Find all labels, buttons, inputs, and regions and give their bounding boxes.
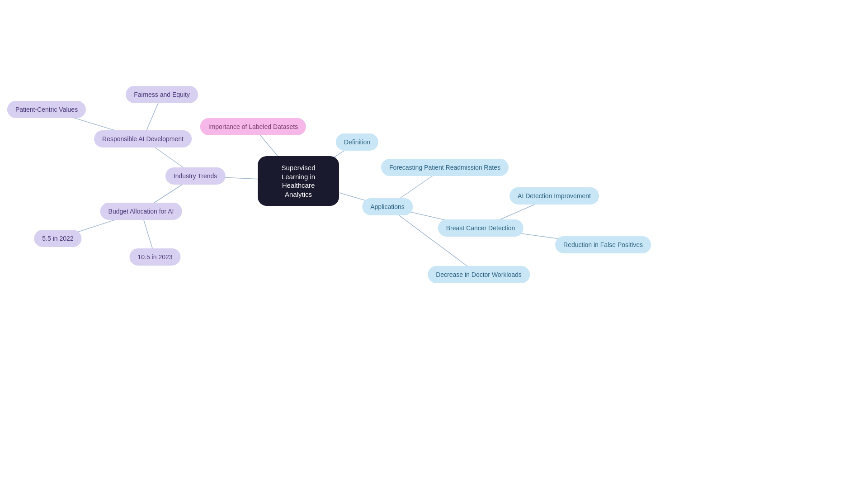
node-val-2023[interactable]: 10.5 in 2023 [129,248,180,266]
node-definition[interactable]: Definition [336,133,378,151]
connections-svg [0,0,868,490]
node-importance-labeled[interactable]: Importance of Labeled Datasets [200,118,306,135]
node-decrease-workload[interactable]: Decrease in Doctor Workloads [428,266,530,283]
node-forecasting[interactable]: Forecasting Patient Readmission Rates [381,159,509,176]
node-responsible-ai[interactable]: Responsible AI Development [94,130,192,147]
node-industry-trends[interactable]: Industry Trends [165,167,226,185]
node-patient-centric[interactable]: Patient-Centric Values [7,101,86,118]
node-val-2022[interactable]: 5.5 in 2022 [34,230,81,247]
node-reduction-false[interactable]: Reduction in False Positives [555,236,651,253]
mind-map: Supervised Learning in Healthcare Analyt… [0,0,868,490]
svg-line-12 [387,207,479,275]
node-budget-allocation[interactable]: Budget Allocation for AI [100,203,182,220]
node-ai-detection[interactable]: AI Detection Improvement [509,187,599,205]
node-fairness-equity[interactable]: Fairness and Equity [126,86,198,103]
center-node[interactable]: Supervised Learning in Healthcare Analyt… [258,156,339,206]
node-applications[interactable]: Applications [362,198,413,215]
node-breast-cancer[interactable]: Breast Cancer Detection [438,219,524,237]
